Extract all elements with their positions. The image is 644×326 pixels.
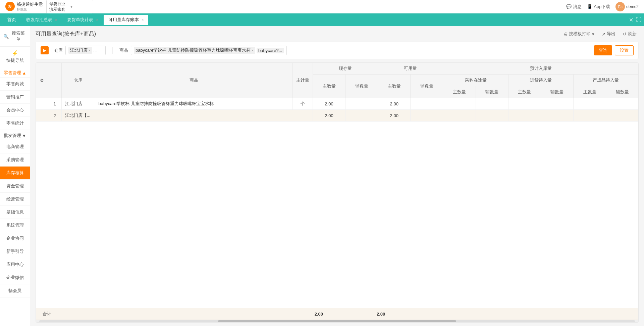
sidebar-item-sys-mgmt[interactable]: 系统管理: [0, 219, 30, 232]
sidebar-item-enterprise-wechat[interactable]: 企业微信: [0, 271, 30, 284]
warehouse-filter-group: 仓库 江北门店 × ...: [54, 46, 106, 55]
td-stock-main: 2.00: [313, 98, 345, 110]
td-no: 1: [48, 98, 61, 110]
td-unit: 个: [292, 98, 313, 110]
td-pending-main: [508, 98, 541, 110]
expand-tabs-button[interactable]: ⛶: [636, 17, 641, 23]
logo-text: 畅捷通好生意 标准版: [17, 2, 43, 12]
th-unit: 主计量: [292, 63, 313, 98]
td-product-aux: [606, 98, 638, 110]
th-settings[interactable]: ⚙: [36, 63, 48, 98]
sidebar-item-quick-nav[interactable]: ⚡ 快捷导航: [0, 47, 30, 67]
sidebar-item-finance-mgmt[interactable]: 资金管理: [0, 180, 30, 193]
tab-receive-send[interactable]: 收发存汇总表 ×: [21, 15, 62, 25]
warehouse-filter-tags[interactable]: 江北门店 × ...: [65, 46, 106, 55]
expand-filter-button[interactable]: ▶: [41, 46, 49, 54]
th-stock-aux: 辅数量: [345, 75, 378, 98]
th-pending-aux: 辅数量: [541, 86, 573, 98]
subtotal-stock-aux: [345, 110, 378, 122]
close-all-tabs-button[interactable]: ✕: [629, 17, 633, 23]
subtotal-purchase-main: [443, 110, 476, 122]
footer-label: 合计: [39, 311, 51, 317]
table-scrollbar[interactable]: [36, 320, 638, 322]
filter-separator: [112, 47, 113, 54]
sidebar-item-ecommerce-mgmt[interactable]: 电商管理: [0, 140, 30, 153]
tab-close-available-stock[interactable]: ×: [142, 18, 144, 22]
subtotal-product-main: [573, 110, 606, 122]
goods-filter-tags[interactable]: babycare学饮杯 儿童防摔防撞吸管杯重力球吸嘴杯宝宝水杯 × babyca…: [131, 46, 287, 55]
sidebar-item-marketing[interactable]: 营销推广: [0, 91, 30, 104]
th-pending-sub: 进货待入量: [508, 75, 573, 86]
page-actions: 🖨 按模板打印 ▾ ↗ 导出 ↺ 刷新: [561, 30, 639, 38]
print-icon: 🖨: [563, 32, 568, 37]
subtotal-pending-main: [508, 110, 541, 122]
table-container: ⚙ 仓库 商品 主计量 现存量 可用量 预计入库量 主数量 辅数: [36, 62, 639, 323]
message-button[interactable]: 💬 消息: [566, 4, 582, 10]
td-settings: [36, 98, 48, 110]
filter-actions: 查询 设置: [594, 45, 634, 55]
th-purchase-sub: 采购在途量: [443, 75, 508, 86]
sidebar-item-retail-mgmt[interactable]: 零售管理 ▲: [0, 67, 30, 78]
goods-filter-group: 商品 babycare学饮杯 儿童防摔防撞吸管杯重力球吸嘴杯宝宝水杯 × bab…: [119, 46, 287, 55]
sidebar-item-new-guide[interactable]: 新手引导: [0, 245, 30, 258]
td-pending-aux: [541, 98, 573, 110]
export-icon: ↗: [602, 32, 605, 37]
table-scroll[interactable]: ⚙ 仓库 商品 主计量 现存量 可用量 预计入库量 主数量 辅数: [36, 63, 638, 308]
warehouse-tag: 江北门店 ×: [68, 47, 92, 54]
goods-tag-2: babycare?...: [257, 48, 284, 53]
refresh-button[interactable]: ↺ 刷新: [621, 30, 639, 38]
sidebar-item-enterprise-collab[interactable]: 企业协同: [0, 232, 30, 245]
settings-button[interactable]: 设置: [615, 45, 634, 55]
gear-icon: ⚙: [40, 78, 44, 83]
scrollbar-thumb: [218, 320, 456, 322]
th-product-main: 主数量: [573, 86, 606, 98]
message-icon: 💬: [566, 4, 572, 9]
sidebar-item-purchase-mgmt[interactable]: 采购管理: [0, 153, 30, 167]
page-title: 可用量查询(按仓库+商品): [36, 31, 96, 38]
sidebar-item-wholesale-mgmt[interactable]: 批发管理 ▼: [0, 130, 30, 140]
th-avail-aux: 辅数量: [411, 75, 443, 98]
sidebar-item-app-center[interactable]: 应用中心: [0, 258, 30, 271]
goods-tag-1-close[interactable]: ×: [252, 49, 254, 52]
avatar: Ea: [615, 2, 625, 11]
tab-order-stats[interactable]: 要货单统计表 ×: [62, 15, 103, 25]
th-pending-main: 主数量: [508, 86, 541, 98]
goods-tag-1: babycare学饮杯 儿童防摔防撞吸管杯重力球吸嘴杯宝宝水杯 ×: [134, 47, 255, 54]
sidebar-item-operation-mgmt[interactable]: 经营管理: [0, 193, 30, 206]
subtotal-purchase-aux: [476, 110, 508, 122]
th-purchase-aux: 辅数量: [476, 86, 508, 98]
th-warehouse: 仓库: [61, 63, 95, 98]
tab-home[interactable]: 首页: [3, 15, 21, 25]
nav-tabs: 首页 收发存汇总表 × 要货单统计表 × 可用量库存账本 × ✕ ⛶: [0, 13, 644, 26]
logo-icon: 好: [5, 2, 15, 11]
subtotal-pending-aux: [541, 110, 573, 122]
th-product-sub: 产成品待入量: [573, 75, 638, 86]
search-menu-button[interactable]: 🔍 搜索菜单: [2, 29, 28, 44]
subtotal-no: 2: [48, 110, 61, 122]
tab-close-order-stats[interactable]: ×: [96, 18, 98, 22]
subtotal-avail-main: 2.00: [378, 110, 411, 122]
warehouse-select[interactable]: 母婴行业演示账套 ▾: [46, 0, 93, 14]
sidebar-item-retail-store[interactable]: 零售商城: [0, 78, 30, 91]
top-bar: 好 畅捷通好生意 标准版 母婴行业演示账套 ▾ 💬 消息 📱 App下载 Ea …: [0, 0, 644, 13]
td-product-main: [573, 98, 606, 110]
query-button[interactable]: 查询: [594, 45, 612, 55]
print-button[interactable]: 🖨 按模板打印 ▾: [561, 30, 596, 38]
td-stock-aux: [345, 98, 378, 110]
chevron-icon: ▼: [22, 133, 26, 138]
content-area: 可用量查询(按仓库+商品) 🖨 按模板打印 ▾ ↗ 导出 ↺ 刷新 ▶: [30, 26, 644, 326]
sidebar-item-basic-info[interactable]: 基础信息: [0, 206, 30, 219]
export-button[interactable]: ↗ 导出: [600, 30, 618, 38]
sidebar-item-inventory[interactable]: 库存核算: [0, 167, 30, 180]
sidebar-item-retail-stats[interactable]: 零售统计: [0, 117, 30, 130]
nav-icon: ⚡: [12, 50, 18, 56]
sidebar-item-member-center[interactable]: 会员中心: [0, 104, 30, 117]
th-no: [48, 63, 61, 98]
warehouse-tag-close[interactable]: ×: [89, 49, 91, 52]
app-download-button[interactable]: 📱 App下载: [587, 4, 610, 10]
tab-close-receive-send[interactable]: ×: [55, 18, 57, 22]
sidebar-item-vip-member[interactable]: 畅会员: [0, 284, 30, 297]
user-area[interactable]: Ea demo2: [615, 2, 639, 11]
tab-available-stock[interactable]: 可用量库存账本 ×: [104, 15, 148, 25]
th-available-group: 可用量: [378, 63, 443, 75]
